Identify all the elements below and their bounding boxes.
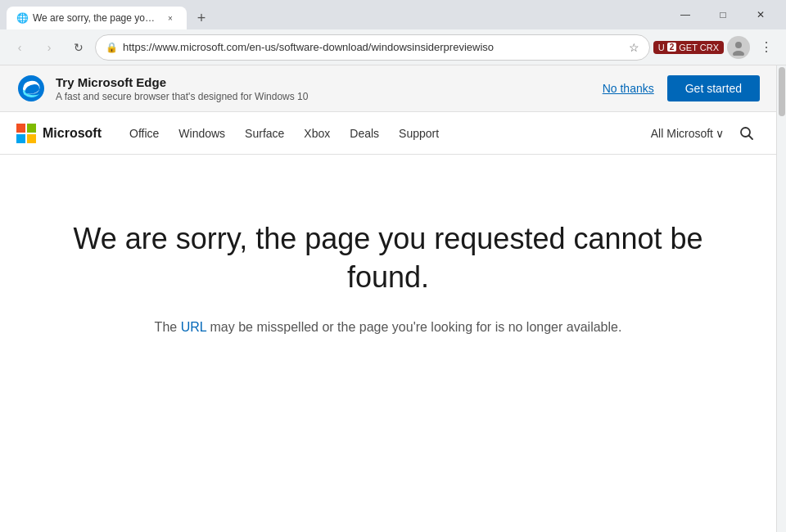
search-icon xyxy=(739,126,754,141)
nav-link-deals[interactable]: Deals xyxy=(341,122,387,145)
content-area: Try Microsoft Edge A fast and secure bro… xyxy=(0,65,786,532)
scrollbar-thumb[interactable] xyxy=(779,67,785,116)
microsoft-nav-links: Office Windows Surface Xbox Deals Suppor… xyxy=(121,122,651,145)
no-thanks-button[interactable]: No thanks xyxy=(603,82,654,95)
forward-button[interactable]: › xyxy=(36,34,62,61)
extension-button[interactable]: U 2 GET CRX xyxy=(653,41,724,54)
profile-button[interactable] xyxy=(727,36,750,59)
navigation-bar: ‹ › ↻ 🔒 https://www.microsoft.com/en-us/… xyxy=(0,29,786,65)
ms-grid-blue xyxy=(16,134,25,143)
microsoft-logo-area[interactable]: Microsoft xyxy=(16,124,102,143)
tab-title: We are sorry, the page you requ… xyxy=(33,12,159,24)
error-sub-after: may be misspelled or the page you're loo… xyxy=(206,320,621,334)
svg-point-0 xyxy=(735,42,742,48)
nav-link-windows[interactable]: Windows xyxy=(170,122,233,145)
extension-icon: U xyxy=(658,43,665,52)
error-main-message: We are sorry, the page you requested can… xyxy=(61,220,716,297)
ms-nav-right: All Microsoft ∨ xyxy=(651,120,760,147)
microsoft-nav: Microsoft Office Windows Surface Xbox De… xyxy=(0,112,776,155)
nav-link-support[interactable]: Support xyxy=(391,122,447,145)
edge-promo-title: Try Microsoft Edge xyxy=(56,75,593,89)
title-bar: 🌐 We are sorry, the page you requ… × + —… xyxy=(0,0,786,29)
profile-avatar-icon xyxy=(730,39,747,56)
extension-label: GET CRX xyxy=(679,43,719,52)
nav-link-office[interactable]: Office xyxy=(121,122,167,145)
back-button[interactable]: ‹ xyxy=(7,34,33,61)
svg-point-2 xyxy=(18,75,44,101)
edge-logo-icon xyxy=(16,74,46,103)
ms-grid-green xyxy=(27,124,36,133)
browser-menu-button[interactable]: ⋮ xyxy=(753,34,779,61)
all-microsoft-label: All Microsoft xyxy=(651,127,713,140)
page-content: Try Microsoft Edge A fast and secure bro… xyxy=(0,65,776,532)
url-text: https://www.microsoft.com/en-us/software… xyxy=(123,41,624,53)
error-sub-before: The xyxy=(155,320,181,334)
bookmark-icon[interactable]: ☆ xyxy=(629,41,639,54)
tab-favicon: 🌐 xyxy=(16,12,28,24)
search-button[interactable] xyxy=(734,120,760,147)
tab-bar: 🌐 We are sorry, the page you requ… × + xyxy=(7,0,666,29)
tab-close-button[interactable]: × xyxy=(164,11,177,25)
get-started-button[interactable]: Get started xyxy=(667,75,760,101)
active-tab[interactable]: 🌐 We are sorry, the page you requ… × xyxy=(7,7,187,29)
svg-point-1 xyxy=(733,51,744,56)
error-content: We are sorry, the page you requested can… xyxy=(0,155,776,403)
edge-banner-actions: No thanks Get started xyxy=(603,75,760,101)
svg-line-4 xyxy=(749,135,753,139)
url-word: URL xyxy=(181,320,206,334)
browser-frame: 🌐 We are sorry, the page you requ… × + —… xyxy=(0,0,786,532)
scrollbar-track[interactable] xyxy=(776,65,786,532)
nav-link-surface[interactable]: Surface xyxy=(237,122,292,145)
refresh-button[interactable]: ↻ xyxy=(66,34,92,61)
minimize-button[interactable]: — xyxy=(666,0,704,29)
edge-promo-subtitle: A fast and secure browser that's designe… xyxy=(56,91,593,102)
nav-right-icons: U 2 GET CRX ⋮ xyxy=(653,34,779,61)
microsoft-brand-name: Microsoft xyxy=(43,126,102,141)
error-sub-message: The URL may be misspelled or the page yo… xyxy=(155,317,622,338)
address-bar[interactable]: 🔒 https://www.microsoft.com/en-us/softwa… xyxy=(95,34,650,61)
chevron-down-icon: ∨ xyxy=(716,127,724,140)
extension-badge: 2 xyxy=(667,43,677,52)
nav-link-xbox[interactable]: Xbox xyxy=(296,122,338,145)
close-button[interactable]: ✕ xyxy=(742,0,779,29)
edge-promo-text: Try Microsoft Edge A fast and secure bro… xyxy=(56,75,593,102)
new-tab-button[interactable]: + xyxy=(190,7,213,29)
ms-grid-red xyxy=(16,124,25,133)
ms-grid-yellow xyxy=(27,134,36,143)
window-controls: — □ ✕ xyxy=(666,0,779,29)
all-microsoft-button[interactable]: All Microsoft ∨ xyxy=(651,127,724,140)
lock-icon: 🔒 xyxy=(106,42,118,53)
maximize-button[interactable]: □ xyxy=(704,0,742,29)
microsoft-grid-logo xyxy=(16,124,36,143)
edge-promo-banner: Try Microsoft Edge A fast and secure bro… xyxy=(0,65,776,112)
